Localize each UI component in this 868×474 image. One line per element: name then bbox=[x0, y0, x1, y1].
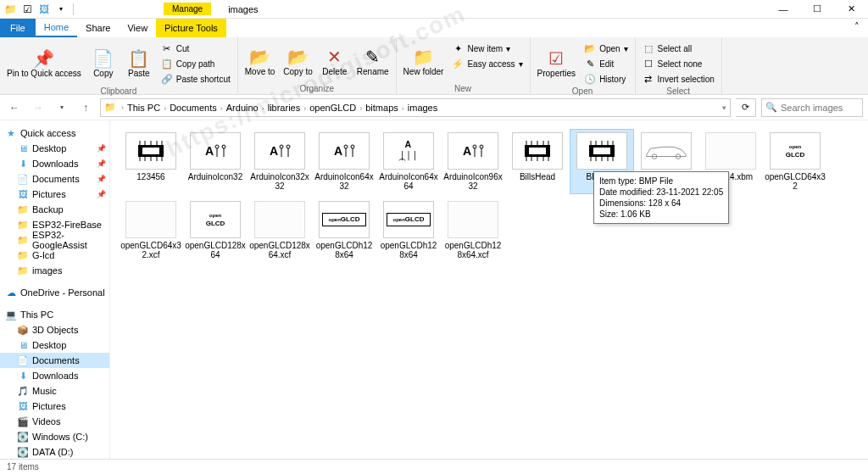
move-to-button[interactable]: 📂Move to bbox=[242, 39, 279, 84]
new-folder-button[interactable]: 📁New folder bbox=[400, 39, 448, 84]
file-item[interactable]: openGLCDopenGLCDh128x64 bbox=[312, 198, 376, 263]
cut-button[interactable]: ✂Cut bbox=[158, 41, 234, 56]
easy-access-button[interactable]: ⚡Easy access ▾ bbox=[448, 56, 526, 71]
up-button[interactable]: ↑ bbox=[76, 98, 95, 117]
breadcrumb-segment[interactable]: openGLCD bbox=[308, 103, 358, 113]
pc-icon: 💻 bbox=[5, 309, 17, 321]
tab-home[interactable]: Home bbox=[36, 19, 77, 37]
shortcut-icon: 🔗 bbox=[161, 74, 173, 85]
ribbon-collapse-button[interactable]: ˄ bbox=[846, 19, 868, 37]
nav-pc-item[interactable]: ⬇Downloads bbox=[0, 368, 109, 383]
search-box[interactable]: 🔍 bbox=[761, 98, 863, 117]
nav-qa-item[interactable]: 📁ESP32-GoogleAssist bbox=[0, 232, 109, 248]
file-list-area[interactable]: 123456AArduinoIcon32AArduinoIcon32x32AAr… bbox=[110, 120, 868, 459]
tab-view[interactable]: View bbox=[119, 19, 156, 37]
minimize-button[interactable]: — bbox=[766, 0, 800, 19]
breadcrumb-segment[interactable]: libraries bbox=[266, 103, 303, 113]
qat-dropdown-icon[interactable]: ▾ bbox=[54, 3, 68, 16]
rename-button[interactable]: ✎Rename bbox=[353, 39, 392, 84]
file-item[interactable]: AArduinoIcon32x32 bbox=[248, 129, 312, 194]
select-none-button[interactable]: ☐Select none bbox=[639, 56, 718, 71]
breadcrumb-segment[interactable]: images bbox=[406, 103, 439, 113]
file-thumbnail: A bbox=[319, 132, 370, 170]
breadcrumb-segment[interactable]: Arduino bbox=[225, 103, 260, 113]
search-input[interactable] bbox=[781, 103, 859, 113]
file-item[interactable]: BillsHead bbox=[505, 129, 570, 194]
nav-this-pc[interactable]: 💻This PC bbox=[0, 307, 109, 322]
file-item[interactable]: openGLCD64x32.xcf bbox=[119, 198, 183, 263]
breadcrumb-segment[interactable]: Documents bbox=[168, 103, 219, 113]
nav-qa-item[interactable]: 📁images bbox=[0, 263, 109, 278]
recent-dropdown[interactable]: ▾ bbox=[53, 98, 71, 117]
open-button[interactable]: 📂Open ▾ bbox=[581, 41, 631, 56]
ribbon-group-new: 📁New folder ✦New item ▾ ⚡Easy access ▾ N… bbox=[397, 37, 531, 94]
address-bar: ← → ▾ ↑ 📁 › This PC›Documents›Arduino›li… bbox=[0, 95, 868, 120]
refresh-button[interactable]: ⟳ bbox=[736, 98, 756, 117]
properties-button[interactable]: ☑Properties bbox=[534, 39, 580, 86]
nav-qa-item[interactable]: 🖼Pictures📌 bbox=[0, 187, 109, 202]
file-thumbnail: openGLCD bbox=[190, 201, 241, 238]
paste-button[interactable]: 📋Paste bbox=[122, 39, 156, 86]
file-thumbnail: A bbox=[383, 132, 434, 170]
breadcrumb-dropdown-icon[interactable]: ▾ bbox=[722, 103, 726, 112]
file-item[interactable]: openGLCDopenGLCD64x32 bbox=[763, 129, 827, 194]
invert-selection-button[interactable]: ⇄Invert selection bbox=[639, 71, 718, 86]
file-thumbnail: openGLCD bbox=[383, 201, 434, 238]
history-button[interactable]: 🕓History bbox=[581, 71, 631, 86]
tab-share[interactable]: Share bbox=[77, 19, 119, 37]
contextual-tab-label: Manage bbox=[164, 3, 211, 15]
file-name-label: openGLCD64x32.xcf bbox=[120, 241, 181, 259]
delete-button[interactable]: ✕Delete bbox=[318, 39, 352, 84]
file-thumbnail bbox=[254, 201, 305, 238]
checkbox-icon[interactable]: ☑ bbox=[20, 3, 34, 16]
nav-pc-item[interactable]: 🎬Videos bbox=[0, 414, 109, 429]
file-item[interactable]: openGLCDh128x64.xcf bbox=[441, 198, 505, 263]
organize-group-label: Organize bbox=[242, 84, 392, 94]
breadcrumb[interactable]: 📁 › This PC›Documents›Arduino›libraries›… bbox=[100, 98, 731, 117]
copy-path-button[interactable]: 📋Copy path bbox=[158, 56, 234, 71]
close-button[interactable]: ✕ bbox=[834, 0, 868, 19]
paste-shortcut-button[interactable]: 🔗Paste shortcut bbox=[158, 71, 234, 86]
tab-file[interactable]: File bbox=[0, 19, 36, 37]
file-item[interactable]: 123456 bbox=[119, 129, 183, 194]
file-item[interactable]: AArduinoIcon64x64 bbox=[376, 129, 441, 194]
edit-button[interactable]: ✎Edit bbox=[581, 56, 631, 71]
nav-item-icon: 📁 bbox=[17, 250, 29, 261]
tab-picture-tools[interactable]: Picture Tools bbox=[156, 19, 226, 37]
nav-qa-item[interactable]: 📁Backup bbox=[0, 202, 109, 217]
nav-qa-item[interactable]: 📄Documents📌 bbox=[0, 171, 109, 187]
nav-pc-item[interactable]: 🖼Pictures bbox=[0, 399, 109, 414]
maximize-button[interactable]: ☐ bbox=[800, 0, 834, 19]
breadcrumb-segment[interactable]: This PC bbox=[125, 103, 162, 113]
nav-pc-item[interactable]: 💽DATA (D:) bbox=[0, 444, 109, 459]
nav-onedrive[interactable]: ☁OneDrive - Personal bbox=[0, 285, 109, 300]
new-item-button[interactable]: ✦New item ▾ bbox=[448, 41, 526, 56]
nav-item-label: Music bbox=[32, 386, 57, 396]
file-item[interactable]: openGLCD128x64.xcf bbox=[248, 198, 312, 263]
breadcrumb-segment[interactable]: bitmaps bbox=[364, 103, 400, 113]
file-item[interactable]: AArduinoIcon96x32 bbox=[441, 129, 505, 194]
nav-pc-item[interactable]: 💽Windows (C:) bbox=[0, 429, 109, 444]
nav-pc-item[interactable]: 🖥Desktop bbox=[0, 337, 109, 353]
copy-button[interactable]: 📄Copy bbox=[86, 39, 120, 86]
select-all-button[interactable]: ⬚Select all bbox=[639, 41, 718, 56]
file-item[interactable]: openGLCDopenGLCD128x64 bbox=[183, 198, 248, 263]
copy-to-button[interactable]: 📂Copy to bbox=[280, 39, 315, 84]
nav-pc-item[interactable]: 📦3D Objects bbox=[0, 322, 109, 337]
nav-item-label: Desktop bbox=[32, 340, 66, 350]
nav-pc-item[interactable]: 📄Documents bbox=[0, 353, 109, 368]
nav-item-label: Documents bbox=[32, 174, 80, 184]
file-item[interactable]: AArduinoIcon64x32 bbox=[312, 129, 376, 194]
file-item[interactable]: openGLCDopenGLCDh128x64 bbox=[376, 198, 441, 263]
file-name-label: openGLCDh128x64.xcf bbox=[442, 241, 504, 259]
nav-quick-access[interactable]: ★Quick access bbox=[0, 125, 109, 141]
pin-to-quick-access-button[interactable]: 📌Pin to Quick access bbox=[3, 39, 85, 86]
nav-qa-item[interactable]: 🖥Desktop📌 bbox=[0, 141, 109, 156]
nav-qa-item[interactable]: ⬇Downloads📌 bbox=[0, 156, 109, 171]
file-item[interactable]: AArduinoIcon32 bbox=[183, 129, 248, 194]
navigation-pane[interactable]: ★Quick access 🖥Desktop📌⬇Downloads📌📄Docum… bbox=[0, 120, 110, 459]
nav-pc-item[interactable]: 🎵Music bbox=[0, 383, 109, 399]
nav-item-icon: ⬇ bbox=[17, 371, 29, 382]
forward-button[interactable]: → bbox=[29, 98, 47, 117]
back-button[interactable]: ← bbox=[5, 98, 24, 117]
